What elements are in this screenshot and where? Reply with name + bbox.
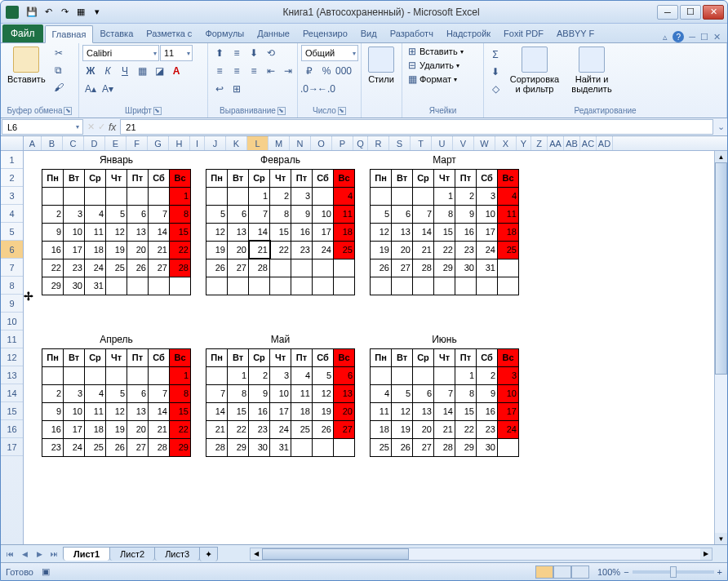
ribbon-tab-3[interactable]: Формулы <box>198 25 251 42</box>
calendar-cell[interactable]: 8 <box>170 205 191 223</box>
calendar-cell[interactable] <box>270 259 291 277</box>
row-header-12[interactable]: 12 <box>1 348 23 366</box>
calendar-cell[interactable]: 15 <box>170 223 191 241</box>
underline-button[interactable]: Ч <box>117 63 133 79</box>
align-center-button[interactable]: ≡ <box>229 63 245 79</box>
calendar-cell[interactable]: 19 <box>313 402 334 420</box>
calendar-cell[interactable]: 16 <box>455 223 477 241</box>
col-header-B[interactable]: B <box>42 136 63 150</box>
calendar-cell[interactable]: 25 <box>291 420 313 438</box>
calendar-cell[interactable]: 2 <box>249 366 270 384</box>
row-header-2[interactable]: 2 <box>1 169 23 187</box>
calendar-cell[interactable]: 28 <box>434 438 455 456</box>
paste-button[interactable]: Вставить <box>4 45 49 86</box>
calendar-cell[interactable]: 1 <box>249 187 270 205</box>
calendar-cell[interactable]: 25 <box>106 259 127 277</box>
calendar-cell[interactable]: 16 <box>477 402 498 420</box>
bold-button[interactable]: Ж <box>82 63 99 79</box>
calendar-cell[interactable] <box>313 438 334 456</box>
col-header-Q[interactable]: Q <box>353 136 368 150</box>
calendar-cell[interactable]: 2 <box>42 384 64 402</box>
doc-restore-icon[interactable]: ☐ <box>700 32 708 42</box>
calendar-cell[interactable]: 5 <box>392 384 413 402</box>
calendar-cell[interactable]: 8 <box>228 384 249 402</box>
calendar-cell[interactable]: 8 <box>455 384 477 402</box>
calendar-cell[interactable]: 17 <box>270 402 291 420</box>
calendar-cell[interactable]: 21 <box>149 241 170 259</box>
calendar-cell[interactable] <box>106 277 127 295</box>
scroll-right-icon[interactable]: ▶ <box>700 548 712 560</box>
align-middle-button[interactable]: ≡ <box>229 45 245 61</box>
calendar-cell[interactable] <box>392 366 413 384</box>
calendar-cell[interactable]: 3 <box>477 187 498 205</box>
ribbon-tab-5[interactable]: Рецензиро <box>296 25 354 42</box>
calendar-cell[interactable]: 15 <box>228 402 249 420</box>
calendar-cell[interactable]: 23 <box>477 420 498 438</box>
font-size-combo[interactable]: 11 <box>160 45 193 61</box>
calendar-cell[interactable]: 9 <box>249 384 270 402</box>
col-header-C[interactable]: C <box>63 136 84 150</box>
calendar-cell[interactable]: 13 <box>413 402 434 420</box>
calendar-cell[interactable]: 28 <box>170 259 191 277</box>
col-header-R[interactable]: R <box>368 136 389 150</box>
align-right-button[interactable]: ≡ <box>246 63 262 79</box>
calendar-cell[interactable]: 27 <box>392 259 413 277</box>
font-color-button[interactable]: A <box>168 63 184 79</box>
col-header-A[interactable]: A <box>24 136 42 150</box>
calendar-cell[interactable]: 7 <box>249 205 270 223</box>
calendar-cell[interactable] <box>42 187 64 205</box>
calendar-cell[interactable] <box>477 277 498 295</box>
calendar-cell[interactable]: 5 <box>313 366 334 384</box>
calendar-cell[interactable]: 11 <box>85 402 106 420</box>
calendar-cell[interactable]: 31 <box>270 438 291 456</box>
calendar-cell[interactable]: 17 <box>498 402 519 420</box>
calendar-cell[interactable]: 17 <box>313 223 334 241</box>
calendar-cell[interactable]: 17 <box>64 420 85 438</box>
col-header-J[interactable]: J <box>205 136 226 150</box>
calendar-cell[interactable]: 29 <box>228 438 249 456</box>
calendar-cell[interactable]: 20 <box>334 402 355 420</box>
calendar-cell[interactable] <box>149 277 170 295</box>
calendar-cell[interactable]: 10 <box>270 384 291 402</box>
calendar-cell[interactable]: 27 <box>127 438 149 456</box>
ribbon-tab-4[interactable]: Данные <box>251 25 296 42</box>
calendar-cell[interactable] <box>249 277 270 295</box>
calendar-cell[interactable]: 13 <box>392 223 413 241</box>
col-header-H[interactable]: H <box>169 136 190 150</box>
calendar-cell[interactable]: 14 <box>413 223 434 241</box>
calendar-cell[interactable]: 26 <box>392 438 413 456</box>
help-icon[interactable]: ? <box>673 31 684 42</box>
first-sheet-button[interactable]: ⏮ <box>2 547 17 561</box>
calendar-cell[interactable]: 11 <box>85 223 106 241</box>
increase-decimal-button[interactable]: .0→ <box>301 81 317 97</box>
calendar-cell[interactable]: 27 <box>413 438 434 456</box>
calendar-cell[interactable]: 10 <box>477 205 498 223</box>
ribbon-tab-10[interactable]: ABBYY F <box>550 25 601 42</box>
calendar-cell[interactable]: 13 <box>334 384 355 402</box>
calendar-cell[interactable]: 23 <box>291 241 313 259</box>
calendar-cell[interactable]: 11 <box>291 384 313 402</box>
merge-button[interactable]: ⊞ <box>229 81 245 97</box>
calendar-cell[interactable]: 16 <box>42 420 64 438</box>
calendar-cell[interactable]: 2 <box>270 187 291 205</box>
calendar-cell[interactable]: 3 <box>291 187 313 205</box>
calendar-cell[interactable]: 18 <box>334 223 355 241</box>
indent-dec-button[interactable]: ⇤ <box>263 63 279 79</box>
zoom-slider[interactable] <box>633 570 714 574</box>
calendar-cell[interactable]: 21 <box>149 420 170 438</box>
calendar-cell[interactable] <box>106 366 127 384</box>
grow-font-button[interactable]: A▴ <box>82 81 99 97</box>
qat-redo-icon[interactable]: ↷ <box>57 5 72 20</box>
align-left-button[interactable]: ≡ <box>211 63 228 79</box>
calendar-cell[interactable]: 16 <box>291 223 313 241</box>
italic-button[interactable]: К <box>100 63 116 79</box>
clear-button[interactable]: ◇ <box>487 81 504 97</box>
calendar-cell[interactable]: 6 <box>413 384 434 402</box>
font-name-combo[interactable]: Calibri <box>82 45 159 61</box>
normal-view-button[interactable] <box>535 565 553 579</box>
calendar-cell[interactable]: 3 <box>64 384 85 402</box>
format-painter-button[interactable]: 🖌 <box>51 79 67 95</box>
name-box[interactable]: L6 <box>2 119 83 135</box>
calendar-cell[interactable]: 12 <box>313 384 334 402</box>
zoom-thumb[interactable] <box>670 566 677 578</box>
